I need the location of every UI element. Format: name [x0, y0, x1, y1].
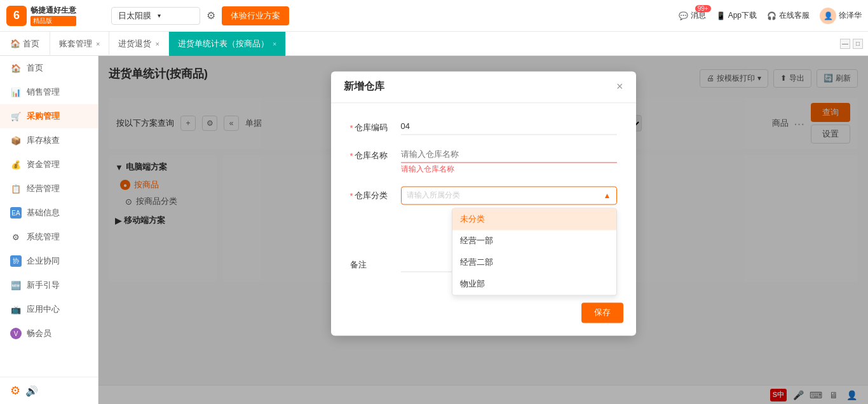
tab-purchase-return[interactable]: 进货退货 ×: [109, 32, 168, 56]
name-input-wrapper: 请输入仓库名称: [401, 146, 617, 175]
enterprise-icon: 协: [10, 255, 22, 267]
sidebar-bottom: ⚙ 🔊: [0, 377, 98, 404]
modal-header: 新增仓库 ×: [331, 71, 636, 103]
code-input[interactable]: [401, 118, 617, 135]
tab-close-account[interactable]: ×: [96, 40, 100, 48]
tab-home[interactable]: 🏠 首页: [0, 32, 50, 56]
sidebar-item-basic-info[interactable]: EA 基础信息: [0, 201, 98, 225]
chevron-down-icon: ▾: [158, 12, 193, 19]
header-right: 💬 消息 99+ 📱 App下载 🎧 在线客服 👤 徐泽华: [679, 8, 862, 24]
dropdown-option-uncategorized[interactable]: 未分类: [452, 208, 616, 230]
sidebar-item-vip[interactable]: V 畅会员: [0, 321, 98, 346]
logo-area: 6 畅捷通好生意 精品版: [6, 5, 105, 26]
name-input[interactable]: [401, 146, 617, 163]
sidebar-item-app-center[interactable]: 📺 应用中心: [0, 297, 98, 321]
tab-purchase-stat[interactable]: 进货单统计表（按商品） ×: [169, 32, 286, 56]
category-dropdown-list: 未分类 经营一部 经营二部 物业部: [452, 208, 617, 295]
operations-icon: 📋: [10, 183, 22, 194]
online-service-item[interactable]: 🎧 在线客服: [767, 10, 810, 21]
top-header: 6 畅捷通好生意 精品版 日太阳膜 ▾ ⚙ 体验行业方案 💬 消息 99+ 📱 …: [0, 0, 868, 32]
message-icon: 💬: [679, 11, 688, 20]
tab-bar: 🏠 首页 账套管理 × 进货退货 × 进货单统计表（按商品） × — □: [0, 32, 868, 56]
settings-icon[interactable]: ⚙: [207, 10, 215, 22]
category-row: * 仓库分类 请输入所属分类 ▲ 未分类 经营一部 经营二部: [350, 186, 617, 205]
sales-icon: 📊: [10, 86, 22, 98]
sidebar-item-sales[interactable]: 📊 销售管理: [0, 80, 98, 104]
tab-close-stat[interactable]: ×: [273, 40, 276, 48]
messages-item[interactable]: 💬 消息 99+: [679, 10, 706, 21]
sidebar-item-home[interactable]: 🏠 首页: [0, 56, 98, 80]
trial-button[interactable]: 体验行业方案: [222, 6, 289, 25]
window-controls: — □: [840, 39, 868, 49]
logo-text: 畅捷通好生意 精品版: [31, 5, 76, 26]
purchase-icon: 🛒: [10, 111, 22, 122]
dropdown-option-property[interactable]: 物业部: [452, 273, 616, 295]
sidebar-item-finance[interactable]: 💰 资金管理: [0, 152, 98, 177]
chevron-up-icon: ▲: [604, 191, 611, 200]
sidebar-item-inventory[interactable]: 📦 库存核查: [0, 128, 98, 152]
dropdown-option-ops2[interactable]: 经营二部: [452, 252, 616, 273]
finance-icon: 💰: [10, 159, 22, 170]
code-row: * 仓库编码: [350, 118, 617, 135]
store-selector[interactable]: 日太阳膜 ▾: [111, 7, 200, 25]
tab-close-return[interactable]: ×: [155, 40, 159, 48]
code-label: * 仓库编码: [350, 118, 401, 133]
window-maximize[interactable]: □: [853, 39, 863, 49]
code-input-wrapper: [401, 118, 617, 135]
category-input-wrapper: 请输入所属分类 ▲ 未分类 经营一部 经营二部 物业部: [401, 186, 617, 205]
sidebar-item-guide[interactable]: 🆕 新手引导: [0, 273, 98, 297]
modal-close-button[interactable]: ×: [616, 80, 623, 93]
category-label: * 仓库分类: [350, 186, 401, 201]
volume-icon[interactable]: 🔊: [25, 385, 38, 397]
settings-bottom-icon[interactable]: ⚙: [10, 384, 20, 398]
home-tab-icon: 🏠: [10, 39, 20, 48]
home-icon: 🏠: [10, 62, 22, 74]
phone-icon: 📱: [716, 11, 726, 20]
sidebar-item-enterprise[interactable]: 协 企业协同: [0, 249, 98, 273]
content-area: 进货单统计(按商品) 🖨 按模板打印 ▾ ⬆ 导出 🔄 刷新: [98, 56, 868, 404]
sidebar-item-operations[interactable]: 📋 经营管理: [0, 177, 98, 201]
main-layout: 🏠 首页 📊 销售管理 🛒 采购管理 📦 库存核查 💰 资金管理 📋 经营管理 …: [0, 56, 868, 404]
inventory-icon: 📦: [10, 135, 22, 146]
app-download-item[interactable]: 📱 App下载: [716, 10, 757, 21]
name-label: * 仓库名称: [350, 146, 401, 161]
vip-icon: V: [10, 328, 22, 339]
user-item[interactable]: 👤 徐泽华: [820, 8, 862, 24]
guide-icon: 🆕: [10, 279, 22, 291]
dropdown-option-ops1[interactable]: 经营一部: [452, 230, 616, 252]
save-button[interactable]: 保存: [581, 302, 623, 323]
modal-body: * 仓库编码 * 仓库名称 请输入仓库名称: [331, 103, 636, 296]
headset-icon: 🎧: [767, 11, 776, 20]
add-warehouse-modal: 新增仓库 × * 仓库编码 *: [331, 71, 636, 335]
note-label: 备注: [350, 255, 401, 271]
tab-account[interactable]: 账套管理 ×: [50, 32, 109, 56]
sidebar-item-purchase[interactable]: 🛒 采购管理: [0, 104, 98, 128]
sidebar: 🏠 首页 📊 销售管理 🛒 采购管理 📦 库存核查 💰 资金管理 📋 经营管理 …: [0, 56, 98, 404]
window-minimize[interactable]: —: [840, 39, 850, 49]
logo-icon: 6: [6, 6, 27, 26]
system-icon: ⚙: [10, 231, 22, 243]
name-error-hint: 请输入仓库名称: [401, 164, 617, 175]
ea-icon: EA: [10, 207, 22, 219]
category-dropdown[interactable]: 请输入所属分类 ▲: [401, 186, 617, 205]
sidebar-item-system[interactable]: ⚙ 系统管理: [0, 225, 98, 249]
avatar: 👤: [820, 8, 836, 24]
name-row: * 仓库名称 请输入仓库名称: [350, 146, 617, 175]
modal-footer: 保存: [331, 296, 636, 335]
modal-title: 新增仓库: [344, 80, 384, 93]
app-center-icon: 📺: [10, 304, 22, 315]
